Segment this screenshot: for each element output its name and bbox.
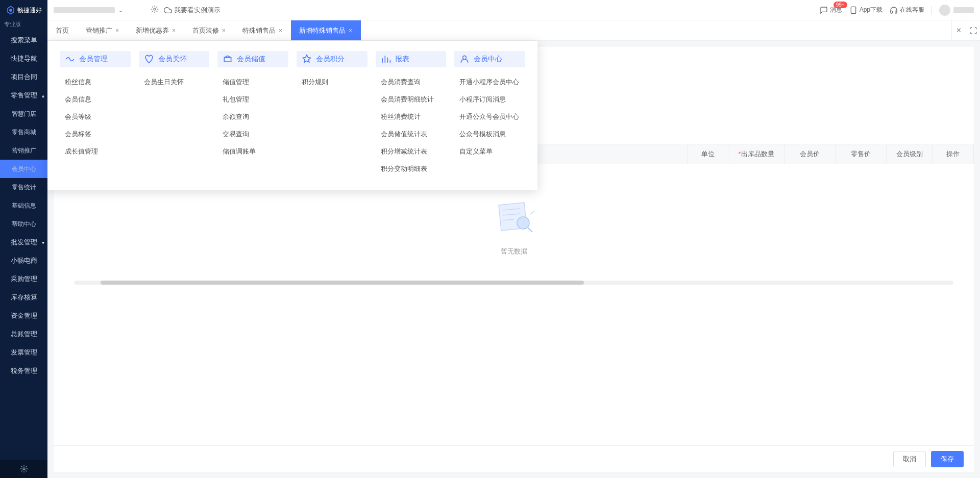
mega-item-4-1[interactable]: 会员消费明细统计 [376,91,447,108]
cancel-button[interactable]: 取消 [893,451,926,467]
tab-label: 特殊销售品 [242,26,276,35]
mega-item-5-3[interactable]: 公众号模板消息 [454,125,525,143]
mega-item-3-0[interactable]: 积分规则 [297,73,368,91]
sidebar-item-16[interactable]: 总账管理 [0,325,47,343]
sidebar-item-3[interactable]: 零售管理▴ [0,86,47,105]
mega-item-0-2[interactable]: 会员等级 [60,108,131,125]
tabs-row: 首页营销推广×新增优惠券×首页装修×特殊销售品×新增特殊销售品× ✕ [47,20,980,41]
sidebar-settings[interactable] [0,460,47,478]
mega-item-5-2[interactable]: 开通公众号会员中心 [454,108,525,125]
sidebar-item-10[interactable]: 帮助中心 [0,215,47,233]
save-button[interactable]: 保存 [931,451,964,467]
sidebar-item-17[interactable]: 发票管理 [0,343,47,362]
tab-0[interactable]: 首页 [47,20,78,40]
mega-menu: 会员管理粉丝信息会员信息会员等级会员标签成长值管理会员关怀会员生日关怀会员储值储… [47,41,537,190]
empty-text: 暂无数据 [501,247,527,256]
mega-item-5-1[interactable]: 小程序订阅消息 [454,91,525,108]
mega-item-2-1[interactable]: 礼包管理 [217,91,288,108]
mega-item-4-0[interactable]: 会员消费查询 [376,73,447,91]
sidebar-item-14[interactable]: 库存核算 [0,288,47,307]
sidebar-item-1[interactable]: 快捷导航 [0,49,47,68]
svg-rect-3 [851,7,855,13]
online-service-button[interactable]: 在线客服 [890,6,924,14]
sidebar-item-15[interactable]: 资金管理 [0,307,47,325]
logo-icon [6,6,15,15]
mega-item-0-0[interactable]: 粉丝信息 [60,73,131,91]
mega-item-4-5[interactable]: 积分变动明细表 [376,160,447,178]
app-download-button[interactable]: App下载 [849,6,883,14]
close-icon[interactable]: × [222,27,226,34]
category-icon [302,54,312,64]
table-header-5: 操作 [933,144,973,164]
sidebar-item-9[interactable]: 基础信息 [0,196,47,215]
mega-col-4: 报表会员消费查询会员消费明细统计粉丝消费统计会员储值统计表积分增减统计表积分变动… [372,51,451,178]
demo-link[interactable]: 我要看实例演示 [164,6,220,15]
mega-item-2-4[interactable]: 储值调账单 [217,143,288,160]
category-icon [381,54,391,64]
svg-point-0 [9,9,12,12]
mega-header-3: 会员积分 [297,51,368,67]
category-icon [459,54,470,64]
mega-item-5-0[interactable]: 开通小程序会员中心 [454,73,525,91]
svg-point-1 [23,468,25,470]
svg-line-6 [528,228,532,232]
mega-item-0-1[interactable]: 会员信息 [60,91,131,108]
mega-item-2-0[interactable]: 储值管理 [217,73,288,91]
org-selector[interactable]: ⌄ [54,6,145,14]
tab-4[interactable]: 特殊销售品× [234,20,291,40]
mega-item-0-3[interactable]: 会员标签 [60,125,131,143]
mega-item-0-4[interactable]: 成长值管理 [60,143,131,160]
cloud-icon [164,6,172,14]
sidebar-item-18[interactable]: 税务管理 [0,362,47,380]
mega-item-1-0[interactable]: 会员生日关怀 [139,73,210,91]
close-icon[interactable]: × [115,27,119,34]
svg-point-2 [154,8,156,10]
footer: 取消 保存 [54,445,974,472]
table-header-4: 会员级别 [887,144,933,164]
mega-item-4-2[interactable]: 粉丝消费统计 [376,108,447,125]
close-icon[interactable]: × [279,27,282,34]
chevron-up-icon: ▴ [42,93,44,98]
sidebar-item-5[interactable]: 零售商城 [0,123,47,141]
mega-header-0: 会员管理 [60,51,131,67]
settings-icon[interactable] [151,5,159,15]
mega-col-3: 会员积分积分规则 [292,51,372,178]
message-badge: 99+ [834,2,847,8]
mega-header-5: 会员中心 [454,51,525,67]
tab-3[interactable]: 首页装修× [184,20,234,40]
sidebar-item-2[interactable]: 项目合同 [0,68,47,86]
tab-label: 营销推广 [86,26,112,35]
scrollbar-thumb[interactable] [101,281,584,285]
sidebar-item-0[interactable]: 搜索菜单 [0,31,47,49]
divider [932,6,932,15]
sidebar: 畅捷通好 专业版 搜索菜单快捷导航项目合同零售管理▴智慧门店零售商城营销推广会员… [0,0,47,478]
sidebar-item-12[interactable]: 小畅电商 [0,251,47,270]
close-icon[interactable]: × [349,27,352,34]
close-tab-button[interactable]: ✕ [951,20,966,41]
message-button[interactable]: 消息 99+ [820,6,842,14]
mega-item-5-4[interactable]: 自定义菜单 [454,143,525,160]
tab-5[interactable]: 新增特殊销售品× [291,20,361,40]
avatar [939,5,950,16]
sidebar-item-4[interactable]: 智慧门店 [0,105,47,123]
mega-col-2: 会员储值储值管理礼包管理余额查询交易查询储值调账单 [213,51,292,178]
sidebar-item-13[interactable]: 采购管理 [0,270,47,288]
sidebar-item-6[interactable]: 营销推广 [0,141,47,160]
user-menu[interactable] [939,5,974,16]
tab-2[interactable]: 新增优惠券× [128,20,184,40]
horizontal-scrollbar[interactable] [74,281,953,285]
tab-label: 首页装修 [192,26,219,35]
mega-item-4-4[interactable]: 积分增减统计表 [376,143,447,160]
close-icon[interactable]: × [172,27,176,34]
mega-col-1: 会员关怀会员生日关怀 [135,51,214,178]
sidebar-item-7[interactable]: 会员中心 [0,160,47,178]
mega-item-2-3[interactable]: 交易查询 [217,125,288,143]
sidebar-item-11[interactable]: 批发管理▾ [0,233,47,251]
mega-item-4-3[interactable]: 会员储值统计表 [376,125,447,143]
mega-item-2-2[interactable]: 余额查询 [217,108,288,125]
fullscreen-button[interactable] [966,20,980,41]
sidebar-item-8[interactable]: 零售统计 [0,178,47,196]
table-header-3: 零售价 [836,144,887,164]
empty-icon [488,195,540,241]
tab-1[interactable]: 营销推广× [78,20,128,40]
